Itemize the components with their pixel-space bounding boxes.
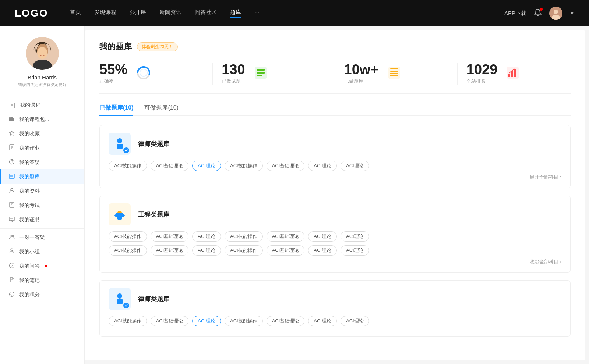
svg-rect-43 (257, 69, 265, 71)
sidebar-item-courses[interactable]: 我的课程 (0, 98, 84, 112)
svg-point-5 (37, 47, 47, 59)
svg-rect-11 (11, 117, 13, 121)
stat-accuracy-number: 55% (99, 63, 127, 76)
nav-more[interactable]: ··· (254, 9, 259, 18)
tag-2[interactable]: ACI基础理论 (151, 161, 189, 171)
questions-label: 我的题库 (19, 174, 40, 180)
stat-banks: 10w+ 已做题库 (344, 63, 458, 85)
law2-tag-1[interactable]: ACI技能操作 (109, 316, 147, 326)
sidebar-item-favorites[interactable]: 我的收藏 (0, 126, 84, 141)
sidebar-item-notes[interactable]: 我的笔记 (0, 273, 84, 288)
homework-icon (9, 144, 15, 151)
nav-home[interactable]: 首页 (70, 9, 81, 18)
user-avatar[interactable] (549, 7, 562, 20)
eng-tag-5[interactable]: ACI基础理论 (267, 231, 305, 242)
eng-tag-2[interactable]: ACI基础理论 (151, 231, 189, 242)
homework-label: 我的作业 (19, 145, 40, 151)
sidebar-item-qa[interactable]: ? 我的答疑 (0, 155, 84, 169)
eng-tag-6[interactable]: ACI理论 (308, 231, 337, 242)
law2-tag-5[interactable]: ACI基础理论 (267, 316, 305, 326)
favorites-label: 我的收藏 (19, 131, 40, 137)
sidebar-item-exams[interactable]: 我的考试 (0, 198, 84, 213)
bank-card-header-law1: 律师类题库 (109, 133, 561, 155)
sidebar-item-myqa[interactable]: ? 我的问答 (0, 259, 84, 273)
profile-avatar-image (26, 37, 59, 70)
sidebar-item-profile[interactable]: 我的资料 (0, 184, 84, 198)
svg-point-23 (11, 188, 13, 190)
notification-bell[interactable] (534, 8, 542, 18)
law2-tag-3-active[interactable]: ACI理论 (192, 316, 221, 326)
eng-tag-1[interactable]: ACI技能操作 (109, 231, 147, 242)
svg-rect-53 (511, 71, 513, 77)
eng-tag-12[interactable]: ACI基础理论 (267, 245, 305, 256)
eng-tag-14[interactable]: ACI理论 (341, 245, 369, 256)
tag-7[interactable]: ACI理论 (341, 161, 369, 171)
eng-tag-4[interactable]: ACI技能操作 (225, 231, 263, 242)
sidebar-item-questions[interactable]: 我的题库 (0, 169, 84, 184)
group-label: 我的小组 (19, 249, 40, 255)
appdown-button[interactable]: APP下载 (504, 10, 526, 17)
svg-point-59 (117, 211, 122, 213)
svg-rect-62 (117, 299, 123, 304)
eng-title: 工程类题库 (138, 210, 169, 219)
eng-tag-11[interactable]: ACI技能操作 (225, 245, 263, 256)
bank-card-law2: 律师类题库 ACI技能操作 ACI基础理论 ACI理论 ACI技能操作 ACI基… (99, 280, 571, 337)
tag-5[interactable]: ACI基础理论 (267, 161, 305, 171)
svg-point-31 (12, 235, 14, 237)
bank-tags-law2: ACI技能操作 ACI基础理论 ACI理论 ACI技能操作 ACI基础理论 AC… (109, 316, 561, 326)
eng-tag-3[interactable]: ACI理论 (192, 231, 221, 242)
user-dropdown-chevron[interactable]: ▼ (570, 11, 574, 16)
svg-rect-12 (13, 118, 14, 121)
courses-label: 我的课程 (20, 102, 40, 108)
eng-tag-13[interactable]: ACI理论 (308, 245, 337, 256)
sidebar-item-coursepack[interactable]: 我的课程包... (0, 112, 84, 126)
sidebar-item-1on1[interactable]: 一对一答疑 (0, 230, 84, 245)
svg-marker-13 (10, 131, 14, 135)
bank-tags-eng-row1: ACI技能操作 ACI基础理论 ACI理论 ACI技能操作 ACI基础理论 AC… (109, 231, 561, 242)
nav-questions[interactable]: 题库 (230, 9, 241, 18)
tabs-row: 已做题库(10) 可做题库(10) (99, 104, 571, 116)
stat-rank-label: 全站排名 (466, 78, 498, 85)
rank-icon (506, 66, 519, 81)
eng-tag-9[interactable]: ACI基础理论 (151, 245, 189, 256)
nav-discover[interactable]: 发现课程 (94, 9, 116, 18)
expand-law1[interactable]: 展开全部科目 › (530, 174, 561, 181)
done-icon (254, 66, 267, 81)
law2-tag-2[interactable]: ACI基础理论 (151, 316, 189, 326)
bank-card-law1: 律师类题库 ACI技能操作 ACI基础理论 ACI理论 ACI技能操作 ACI基… (99, 125, 571, 188)
myqa-icon: ? (9, 263, 15, 270)
sidebar-item-cert[interactable]: 我的证书 (0, 213, 84, 227)
svg-rect-20 (9, 174, 14, 178)
nav-qa[interactable]: 问答社区 (195, 9, 217, 18)
svg-point-30 (10, 235, 12, 237)
myqa-label: 我的问答 (19, 263, 40, 270)
topnav: LOGO 首页 发现课程 公开课 新闻资讯 问答社区 题库 ··· APP下载 … (0, 0, 589, 26)
eng-tag-7[interactable]: ACI理论 (341, 231, 369, 242)
coursepack-label: 我的课程包... (19, 116, 49, 123)
law2-tag-4[interactable]: ACI技能操作 (225, 316, 263, 326)
law2-tag-6[interactable]: ACI理论 (308, 316, 337, 326)
tab-done[interactable]: 已做题库(10) (99, 104, 133, 116)
main-layout: Brian Harris 错误的决定比没有决定要好 我的课程 我的课程包... (0, 26, 589, 364)
sidebar-item-group[interactable]: 我的小组 (0, 245, 84, 259)
bank-tags-eng-row2: ACI技能操作 ACI基础理论 ACI理论 ACI技能操作 ACI基础理论 AC… (109, 245, 561, 256)
tag-4[interactable]: ACI技能操作 (225, 161, 263, 171)
page-header: 我的题库 体验剩余23天！ (99, 41, 571, 52)
sidebar-username: Brian Harris (28, 74, 57, 81)
collapse-eng[interactable]: 收起全部科目 › (530, 258, 561, 265)
tab-todo[interactable]: 可做题库(10) (144, 104, 178, 115)
nav-news[interactable]: 新闻资讯 (159, 9, 181, 18)
eng-tag-10[interactable]: ACI理论 (192, 245, 221, 256)
tag-1[interactable]: ACI技能操作 (109, 161, 147, 171)
eng-tag-8[interactable]: ACI技能操作 (109, 245, 147, 256)
tag-6[interactable]: ACI理论 (308, 161, 337, 171)
logo[interactable]: LOGO (15, 7, 48, 19)
avatar (26, 37, 59, 70)
svg-rect-50 (390, 68, 398, 69)
cert-icon (9, 216, 15, 223)
sidebar-item-points[interactable]: 我的积分 (0, 288, 84, 302)
nav-opencourse[interactable]: 公开课 (130, 9, 146, 18)
sidebar-item-homework[interactable]: 我的作业 (0, 141, 84, 155)
law2-tag-7[interactable]: ACI理论 (341, 316, 369, 326)
tag-3-active[interactable]: ACI理论 (192, 161, 221, 171)
